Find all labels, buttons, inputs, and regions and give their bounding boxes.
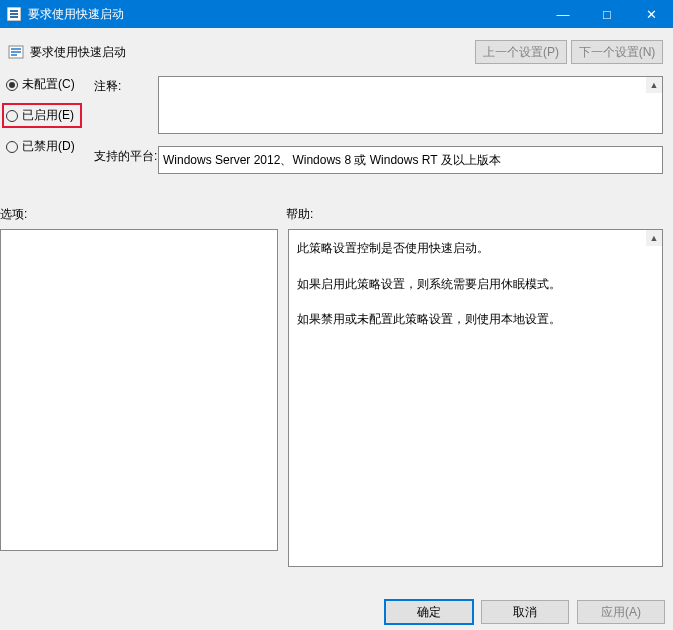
radio-label: 已启用(E) [22,107,74,124]
titlebar: 要求使用快速启动 — □ ✕ [0,0,673,28]
scroll-up-icon[interactable]: ▲ [646,230,662,246]
options-label: 选项: [0,206,286,223]
platform-label: 支持的平台: [94,146,158,165]
platform-text: Windows Server 2012、Windows 8 或 Windows … [158,146,663,174]
comment-label: 注释: [94,76,158,95]
window-title: 要求使用快速启动 [28,6,541,23]
radio-circle-icon [6,110,18,122]
config-section: 未配置(C) 已启用(E) 已禁用(D) 注释: ▲ 支持的平台: Window… [0,76,673,186]
footer: 确定 取消 应用(A) [0,594,673,630]
policy-icon [8,44,24,60]
comment-input[interactable]: ▲ [158,76,663,134]
cancel-button[interactable]: 取消 [481,600,569,624]
header: 要求使用快速启动 上一个设置(P) 下一个设置(N) [0,28,673,76]
radio-enabled[interactable]: 已启用(E) [2,103,82,128]
apply-button[interactable]: 应用(A) [577,600,665,624]
svg-rect-7 [11,54,17,56]
radio-circle-icon [6,79,18,91]
radio-group: 未配置(C) 已启用(E) 已禁用(D) [6,76,94,186]
radio-label: 已禁用(D) [22,138,75,155]
prev-setting-button[interactable]: 上一个设置(P) [475,40,567,64]
help-pane: ▲ 此策略设置控制是否使用快速启动。 如果启用此策略设置，则系统需要启用休眠模式… [288,229,663,567]
radio-label: 未配置(C) [22,76,75,93]
svg-rect-2 [10,13,18,15]
close-button[interactable]: ✕ [629,0,673,28]
scroll-up-icon[interactable]: ▲ [646,77,662,93]
policy-name: 要求使用快速启动 [30,44,471,61]
maximize-button[interactable]: □ [585,0,629,28]
app-icon [6,6,22,22]
svg-rect-1 [10,10,18,12]
help-paragraph: 此策略设置控制是否使用快速启动。 [297,238,654,260]
help-paragraph: 如果禁用或未配置此策略设置，则使用本地设置。 [297,309,654,331]
next-setting-button[interactable]: 下一个设置(N) [571,40,663,64]
radio-disabled[interactable]: 已禁用(D) [6,138,94,155]
svg-rect-5 [11,48,21,50]
help-label: 帮助: [286,206,313,223]
ok-button[interactable]: 确定 [385,600,473,624]
help-paragraph: 如果启用此策略设置，则系统需要启用休眠模式。 [297,274,654,296]
svg-rect-3 [10,16,18,18]
minimize-button[interactable]: — [541,0,585,28]
options-pane [0,229,278,551]
radio-circle-icon [6,141,18,153]
radio-not-configured[interactable]: 未配置(C) [6,76,94,93]
svg-rect-6 [11,51,21,53]
